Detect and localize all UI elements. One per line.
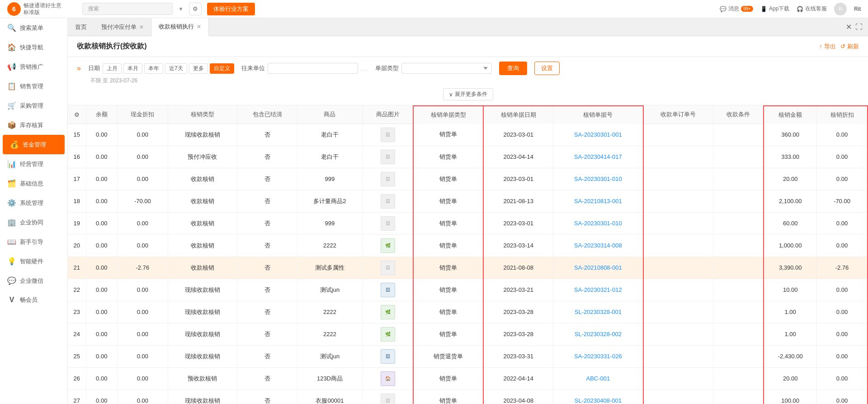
cell-writeoff-discount: -70.00 <box>817 190 868 212</box>
cell-writeoff-amount: 20.00 <box>764 367 816 390</box>
date-btn-custom[interactable]: 自定义 <box>210 63 234 74</box>
app-download-btn[interactable]: 📱 App下载 <box>760 5 789 13</box>
writeoff-doc-link[interactable]: SL-20230328-001 <box>575 309 622 315</box>
tab-home[interactable]: 首页 <box>68 18 94 36</box>
writeoff-doc-link[interactable]: SA-20230301-010 <box>574 220 622 227</box>
table-row: 16 0.00 0.00 预付冲应收 否 老白干 🖼 销货单 2023-04-1… <box>68 146 868 168</box>
writeoff-doc-link[interactable]: SA-20230331-026 <box>574 353 622 360</box>
col-header-goods: 商品 <box>297 106 362 124</box>
table-wrapper[interactable]: ⚙ 余额 现金折扣 核销类型 包含已结清 商品 商品图片 核销单据类型 核销单据… <box>68 105 868 404</box>
writeoff-doc-link[interactable]: SA-20230321-012 <box>574 286 622 293</box>
writeoff-doc-link[interactable]: SA-20230301-001 <box>574 131 622 138</box>
date-btn-7days[interactable]: 近7天 <box>165 63 187 74</box>
filter-collapse-btn[interactable]: » <box>77 64 81 72</box>
writeoff-doc-link[interactable]: SL-20230408-001 <box>575 397 622 404</box>
sidebar-label-search: 搜索菜单 <box>20 24 43 32</box>
avatar[interactable]: R <box>834 3 847 15</box>
industry-solution-btn[interactable]: 体验行业方案 <box>207 3 255 15</box>
sidebar-item-search[interactable]: 🔍 搜索菜单 <box>0 18 67 38</box>
cell-writeoff-doc-type: 销货单 <box>413 390 483 404</box>
sidebar-item-system[interactable]: ⚙️ 系统管理 <box>0 193 67 213</box>
cell-writeoff-type: 收款核销 <box>168 168 237 190</box>
cell-writeoff-doc-no: SA-20230321-012 <box>553 279 643 301</box>
sidebar-item-quicknav[interactable]: 🏠 快捷导航 <box>0 38 67 57</box>
writeoff-doc-link[interactable]: SA-20210808-001 <box>574 264 622 271</box>
date-btn-thisyear[interactable]: 本年 <box>144 63 163 74</box>
sidebar-item-marketing[interactable]: 📢 营销推广 <box>0 57 67 76</box>
page-header: 收款核销执行(按收款) ↑ 导出 ↺ 刷新 <box>68 36 868 57</box>
sales-icon: 📋 <box>7 82 16 90</box>
cell-goods: 测试jun <box>297 279 362 301</box>
table-row: 27 0.00 0.00 现续收款核销 否 衣服00001 🖼 销货单 2023… <box>68 390 868 404</box>
col-header-gear[interactable]: ⚙ <box>68 106 86 124</box>
page-content: 收款核销执行(按收款) ↑ 导出 ↺ 刷新 » 日期 <box>68 36 868 404</box>
goods-img: 🖼 <box>381 216 395 231</box>
query-btn[interactable]: 查询 <box>499 62 527 75</box>
cell-writeoff-doc-no: SL-20230408-001 <box>553 390 643 404</box>
cell-receipt-order-no <box>643 323 713 345</box>
tab-receipts-writeoff[interactable]: 收款核销执行 ✕ <box>151 18 209 36</box>
cell-writeoff-type: 现续收款核销 <box>168 390 237 404</box>
date-btn-thismonth[interactable]: 本月 <box>123 63 142 74</box>
cell-goods: 测试jun <box>297 345 362 367</box>
date-btn-more[interactable]: 更多 <box>189 63 208 74</box>
cell-writeoff-doc-date: 2023-04-08 <box>483 390 553 404</box>
cell-cash-discount: 0.00 <box>118 279 168 301</box>
tab-close-all-btn[interactable]: ✕ <box>846 23 852 31</box>
cell-writeoff-discount: 0.00 <box>817 367 868 390</box>
username[interactable]: Rit <box>854 6 861 12</box>
sidebar-item-inventory[interactable]: 📦 库存核算 <box>0 115 67 135</box>
writeoff-doc-link[interactable]: SA-20210813-001 <box>574 198 622 204</box>
cell-writeoff-doc-date: 2023-03-28 <box>483 301 553 323</box>
online-service-btn[interactable]: 🎧 在线客服 <box>797 5 827 13</box>
sidebar-item-smarthw[interactable]: 💡 智能硬件 <box>0 252 67 271</box>
cell-balance: 0.00 <box>86 257 118 279</box>
writeoff-doc-link[interactable]: SA-20230301-010 <box>574 176 622 182</box>
cell-writeoff-doc-type: 销货单 <box>413 323 483 345</box>
cell-writeoff-amount: 333.00 <box>764 146 816 168</box>
goods-img: 🖼 <box>381 261 395 275</box>
sidebar-item-corp[interactable]: 🏢 企业协同 <box>0 213 67 232</box>
writeoff-doc-link[interactable]: SL-20230328-002 <box>575 331 622 337</box>
search-bar-top[interactable]: 搜索 <box>82 3 173 15</box>
tab-expand-btn[interactable]: ⛶ <box>855 23 863 31</box>
sidebar-item-basic-info[interactable]: 🗂️ 基础信息 <box>0 174 67 193</box>
sidebar-label-marketing: 营销推广 <box>20 63 43 71</box>
sidebar-item-sales[interactable]: 📋 销售管理 <box>0 76 67 96</box>
tab-prepay[interactable]: 预付冲应付单 ✕ <box>94 18 151 36</box>
capital-icon: 💰 <box>10 140 19 149</box>
wechat-icon: 💬 <box>7 276 16 285</box>
cell-writeoff-doc-date: 2022-04-14 <box>483 367 553 390</box>
message-btn[interactable]: 💬 消息 99+ <box>720 5 753 13</box>
voucher-type-select[interactable] <box>401 63 492 74</box>
tab-prepay-close[interactable]: ✕ <box>139 24 144 30</box>
partner-input[interactable] <box>268 63 358 74</box>
tab-prepay-label: 预付冲应付单 <box>101 23 137 31</box>
sidebar-item-operations[interactable]: 📊 经营管理 <box>0 154 67 174</box>
refresh-btn[interactable]: ↺ 刷新 <box>840 43 859 51</box>
tab-receipts-close[interactable]: ✕ <box>197 24 201 30</box>
cell-writeoff-doc-type: 销货单 <box>413 168 483 190</box>
sidebar-item-purchase[interactable]: 🛒 采购管理 <box>0 96 67 115</box>
sidebar-item-capital[interactable]: 💰 资金管理 <box>3 135 65 154</box>
sidebar-item-guide[interactable]: 📖 新手引导 <box>0 232 67 252</box>
expand-conditions-btn[interactable]: ∨ 展开更多条件 <box>443 88 493 100</box>
cell-no: 23 <box>68 301 86 323</box>
dropdown-arrow-icon[interactable]: ▼ <box>178 6 184 12</box>
logo: 6 畅捷通谱好生意 标准版 <box>7 2 75 16</box>
cell-writeoff-doc-no: SA-20230301-010 <box>553 168 643 190</box>
writeoff-doc-link[interactable]: SA-20230314-008 <box>574 242 622 249</box>
cell-writeoff-amount: 1.00 <box>764 323 816 345</box>
export-btn[interactable]: ↑ 导出 <box>820 43 836 51</box>
sidebar-label-member: 畅会员 <box>20 296 38 304</box>
sidebar-item-wechat[interactable]: 💬 企业微信 <box>0 271 67 290</box>
cell-balance: 0.00 <box>86 345 118 367</box>
cell-balance: 0.00 <box>86 279 118 301</box>
sidebar-item-member[interactable]: V 畅会员 <box>0 290 67 309</box>
cell-cash-discount: 0.00 <box>118 146 168 168</box>
date-btn-lastmonth[interactable]: 上月 <box>103 63 122 74</box>
filter-settings-btn[interactable]: 设置 <box>534 62 560 75</box>
writeoff-doc-link[interactable]: SA-20230414-017 <box>574 153 622 160</box>
writeoff-doc-link[interactable]: ABC-001 <box>586 375 610 382</box>
gear-settings-btn[interactable]: ⚙ <box>189 3 202 15</box>
